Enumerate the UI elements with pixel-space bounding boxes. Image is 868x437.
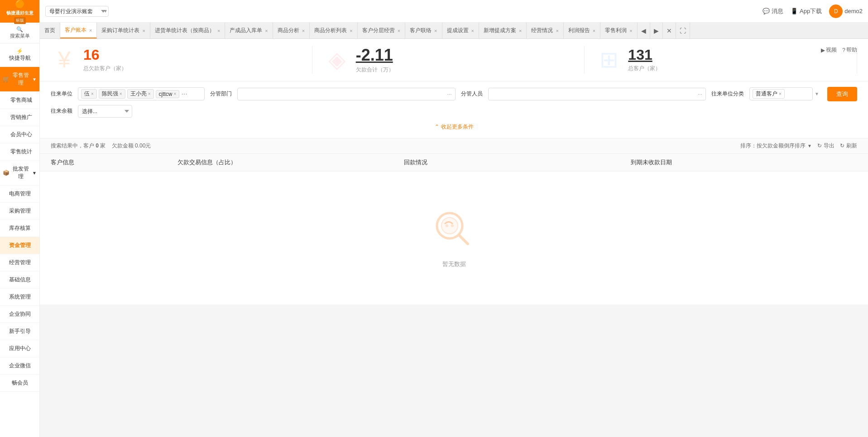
retail-arrow-icon: ▼ [32,77,37,82]
main-area: 母婴行业演示账套 ▼ 💬 消息 📱 App下载 D demo2 首页 客户账本 … [40,0,868,437]
search-menu-icon: 🔍 [16,26,23,33]
tab-product-analysis[interactable]: 商品分析 × [273,23,310,38]
tenant-select[interactable]: 母婴行业演示账套 [45,6,109,17]
unit-tag-wang-label: 王小亮 [130,90,147,98]
sidebar-item-app-center[interactable]: 应用中心 [0,340,39,357]
sidebar-item-wechat[interactable]: 企业微信 [0,357,39,375]
tab-customer-balance[interactable]: 客户账本 × [60,23,97,38]
video-help-btn[interactable]: ▶ 视频 [821,46,837,54]
tab-home-label: 首页 [44,27,55,34]
tab-customer-tier[interactable]: 客户分层经营 × [358,23,405,38]
tab-customer-tier-close[interactable]: × [398,28,400,33]
person-filter-input[interactable] [488,88,706,100]
tab-prev-btn[interactable]: ◀ [638,23,650,38]
member-vip-label: 畅会员 [12,380,28,386]
sidebar-item-inventory[interactable]: 库存核算 [0,220,39,237]
sidebar-item-quick-nav[interactable]: ⚡ 快捷导航 [0,43,39,67]
tab-product-analysis-list-close[interactable]: × [350,28,352,33]
tab-raise-settings-close[interactable]: × [471,28,474,33]
action-bar-right: 排序：按欠款金额倒序排序 ▼ ↻ 导出 ↻ 刷新 [740,142,857,150]
unit-filter-tags[interactable]: 伍 × 陈民强 × 王小亮 × cjttcw × ··· [78,87,205,100]
stats-help: ▶ 视频 ? 帮助 [821,46,857,54]
text-help-btn[interactable]: ? 帮助 [842,46,857,54]
tab-customer-contact-close[interactable]: × [434,28,437,33]
tab-close-all-btn[interactable]: ✕ [663,23,676,38]
tab-purchase-stats-close[interactable]: × [217,28,220,33]
dept-dropdown-icon: ··· [447,91,451,97]
unit-tag-chen-remove[interactable]: × [120,91,122,96]
sidebar-item-wholesale[interactable]: 📦 批发管理 ▼ [0,161,39,185]
dept-input[interactable] [241,91,451,97]
tab-business-status-close[interactable]: × [556,28,558,33]
refresh-button[interactable]: ↻ 刷新 [840,142,857,150]
filter-more-dots[interactable]: ··· [181,90,187,98]
sidebar-item-marketing[interactable]: 营销推广 [0,109,39,126]
balance-filter-select[interactable]: 选择... [78,105,132,118]
unit-tag-cjttcw-remove[interactable]: × [174,91,177,96]
stat-total-info: 131 总客户（家） [628,47,846,72]
tab-customer-balance-close[interactable]: × [89,28,92,33]
tab-home[interactable]: 首页 [40,23,60,38]
user-menu[interactable]: D demo2 [829,5,863,18]
stat-card-amount: ◈ -2.11 欠款合计（万） [312,46,585,74]
tab-product-analysis-close[interactable]: × [302,28,305,33]
sidebar-item-enterprise[interactable]: 企业协同 [0,306,39,323]
tab-customer-contact[interactable]: 客户联络 × [405,23,442,38]
tab-business-status[interactable]: 经营情况 × [527,23,563,38]
unit-tag-wang[interactable]: 王小亮 × [127,89,154,99]
category-tag-normal-remove[interactable]: × [779,91,782,96]
sidebar-item-system[interactable]: 系统管理 [0,289,39,306]
tab-raise-settings[interactable]: 提成设置 × [442,23,479,38]
tab-profit-report[interactable]: 利润报告 × [564,23,600,38]
person-input[interactable] [492,91,702,97]
sidebar-item-retail-mall[interactable]: 零售商城 [0,92,39,109]
sidebar-item-finance[interactable]: 资金管理 [0,237,39,254]
tab-fullscreen-btn[interactable]: ⛶ [676,23,690,38]
export-button[interactable]: ↻ 导出 [817,142,834,150]
tab-profit-report-close[interactable]: × [593,28,595,33]
unit-tag-wu-remove[interactable]: × [91,91,94,96]
dept-filter-input[interactable] [237,88,456,100]
empty-illustration [432,208,477,253]
tab-new-raise-plan-label: 新增提成方案 [484,27,516,34]
stat-total-icon: ⊞ [595,46,623,73]
app-download-button[interactable]: 📱 App下载 [791,7,822,15]
tab-purchase-stats[interactable]: 进货单统计表（按商品） × [150,23,225,38]
sidebar-item-member[interactable]: 会员中心 [0,126,39,143]
unit-tag-wang-remove[interactable]: × [148,91,151,96]
stat-customers-value: 16 [83,47,301,63]
sort-selector[interactable]: 排序：按欠款金额倒序排序 ▼ [740,142,812,150]
stat-amount-info: -2.11 欠款合计（万） [356,46,574,74]
category-filter-tags[interactable]: 普通客户 × [749,87,813,100]
sidebar-item-ecommerce[interactable]: 电商管理 [0,185,39,203]
sidebar-item-retail[interactable]: 🛒 零售管理 ▼ [0,67,39,92]
ecommerce-label: 电商管理 [9,190,31,197]
tab-retail-profit-close[interactable]: × [629,28,632,33]
tab-product-receipt-close[interactable]: × [265,28,268,33]
person-dropdown-icon: ··· [698,91,702,97]
sidebar-item-operation[interactable]: 经营管理 [0,254,39,271]
tab-product-receipt[interactable]: 产成品入库单 × [225,23,273,38]
tab-retail-profit[interactable]: 零售利润 × [600,23,637,38]
tab-new-raise-plan-close[interactable]: × [519,28,522,33]
tab-new-raise-plan[interactable]: 新增提成方案 × [479,23,527,38]
stat-customers-info: 16 总欠款客户（家） [83,47,301,72]
unit-tag-cjttcw[interactable]: cjttcw × [156,90,180,98]
filter-collapse-btn[interactable]: ⌃ 收起更多条件 [433,121,475,133]
tab-product-analysis-list-label: 商品分析列表 [314,27,347,34]
sidebar-item-member-vip[interactable]: 畅会员 [0,375,39,392]
sidebar-item-basic-info[interactable]: 基础信息 [0,271,39,289]
tab-purchase-order-close[interactable]: × [142,28,145,33]
query-button[interactable]: 查询 [827,87,857,101]
tab-purchase-order[interactable]: 采购订单统计表 × [97,23,150,38]
sidebar-item-purchase[interactable]: 采购管理 [0,203,39,220]
tab-product-analysis-list[interactable]: 商品分析列表 × [310,23,357,38]
unit-tag-wu[interactable]: 伍 × [81,89,97,99]
category-tag-normal[interactable]: 普通客户 × [753,89,785,99]
unit-tag-chen[interactable]: 陈民强 × [99,89,125,99]
message-button[interactable]: 💬 消息 [762,7,783,15]
sidebar-item-newbie[interactable]: 新手引导 [0,323,39,340]
search-menu-item[interactable]: 🔍 搜索菜单 [0,23,39,43]
tab-next-btn[interactable]: ▶ [650,23,663,38]
sidebar-item-retail-stats[interactable]: 零售统计 [0,143,39,161]
